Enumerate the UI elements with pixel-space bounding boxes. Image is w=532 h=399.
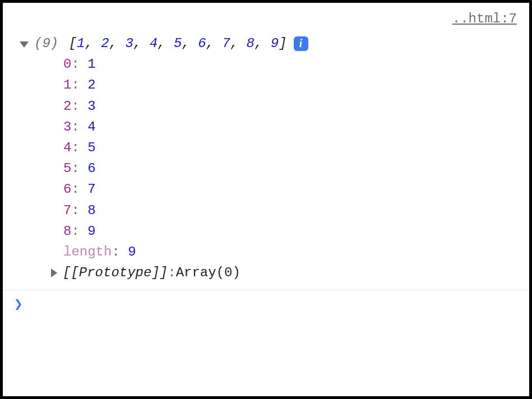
entry-value: 6: [87, 161, 95, 176]
entry-value: 3: [87, 99, 95, 114]
array-entry[interactable]: 3: 4: [63, 117, 518, 137]
close-bracket: ]: [279, 36, 286, 51]
preview-value: 4: [150, 36, 158, 51]
open-bracket: [: [69, 36, 77, 51]
preview-value: 1: [77, 36, 85, 51]
array-entry[interactable]: 5: 6: [63, 158, 518, 179]
divider: [3, 290, 529, 290]
array-entry[interactable]: 1: 2: [63, 75, 518, 95]
entry-key: 6: [63, 182, 71, 197]
entry-value: 4: [87, 119, 95, 134]
entry-key: 0: [63, 57, 71, 72]
entry-value: 7: [87, 182, 95, 197]
prototype-key: [[Prototype]]: [63, 262, 168, 283]
entry-value: 1: [87, 57, 95, 72]
preview-value: 8: [247, 36, 255, 51]
preview-value: 6: [198, 36, 206, 51]
preview-value: 3: [125, 36, 133, 51]
length-value: 9: [128, 244, 136, 259]
info-icon[interactable]: i: [294, 36, 308, 51]
source-link[interactable]: ..html:7: [452, 8, 517, 29]
entry-key: 4: [63, 140, 71, 155]
entry-value: 8: [87, 203, 95, 218]
entry-key: 5: [63, 161, 71, 176]
array-entry[interactable]: 7: 8: [63, 200, 518, 221]
array-entry[interactable]: 2: 3: [63, 96, 518, 117]
array-length-count: (9): [34, 33, 58, 54]
preview-value: 7: [222, 36, 230, 51]
entry-value: 5: [87, 140, 95, 155]
expand-icon[interactable]: [51, 268, 57, 277]
prototype-row[interactable]: [[Prototype]]: Array(0): [20, 262, 518, 283]
entry-value: 2: [87, 77, 95, 92]
chevron-right-icon: ❯: [14, 296, 23, 313]
entry-value: 9: [87, 224, 95, 239]
prototype-value: Array(0): [176, 262, 240, 283]
entry-key: 1: [63, 77, 71, 92]
entry-key: 8: [63, 224, 71, 239]
array-length-entry[interactable]: length: 9: [63, 242, 518, 262]
array-summary-row[interactable]: (9) [1, 2, 3, 4, 5, 6, 7, 8, 9] i: [20, 33, 518, 54]
array-entry[interactable]: 8: 9: [63, 221, 518, 242]
preview-value: 9: [271, 36, 279, 51]
console-prompt[interactable]: ❯: [14, 294, 518, 316]
length-key: length: [63, 244, 112, 259]
entry-key: 2: [63, 99, 71, 114]
collapse-icon[interactable]: [20, 41, 29, 48]
array-entry[interactable]: 4: 5: [63, 137, 518, 158]
array-entry[interactable]: 6: 7: [63, 179, 518, 200]
entry-key: 7: [63, 203, 71, 218]
entry-key: 3: [63, 119, 71, 134]
array-entries: 0: 1 1: 2 2: 3 3: 4 4: 5 5: 6 6: 7 7: 8 …: [20, 54, 518, 262]
array-preview: [1, 2, 3, 4, 5, 6, 7, 8, 9]: [69, 33, 287, 54]
preview-value: 5: [174, 36, 182, 51]
preview-value: 2: [101, 36, 109, 51]
array-entry[interactable]: 0: 1: [63, 54, 518, 75]
console-output: (9) [1, 2, 3, 4, 5, 6, 7, 8, 9] i 0: 1 1…: [14, 33, 518, 283]
